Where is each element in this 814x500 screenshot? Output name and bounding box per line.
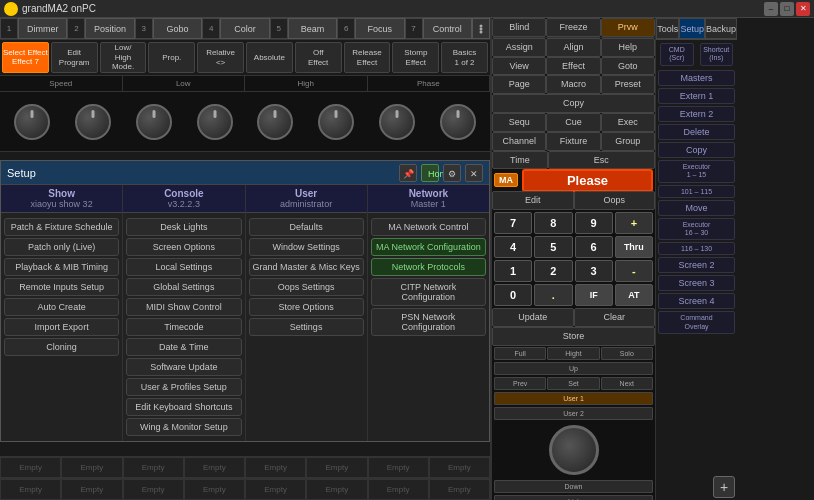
relative-button[interactable]: Relative<> bbox=[197, 42, 244, 73]
list-button[interactable]: List bbox=[494, 495, 653, 500]
num-9[interactable]: 9 bbox=[575, 212, 613, 234]
empty-btn-16[interactable]: Empty bbox=[429, 479, 490, 500]
knob-6[interactable] bbox=[318, 104, 354, 140]
num-dot[interactable]: . bbox=[534, 284, 572, 306]
num-5[interactable]: 5 bbox=[534, 236, 572, 258]
empty-btn-12[interactable]: Empty bbox=[184, 479, 245, 500]
empty-btn-13[interactable]: Empty bbox=[245, 479, 306, 500]
sequ-button[interactable]: Sequ bbox=[492, 113, 546, 132]
close-button[interactable]: ✕ bbox=[796, 2, 810, 16]
cue-button[interactable]: Cue bbox=[546, 113, 600, 132]
empty-btn-7[interactable]: Empty bbox=[368, 457, 429, 478]
timecode-button[interactable]: Timecode bbox=[126, 318, 241, 336]
extern1-button[interactable]: Extern 1 bbox=[658, 88, 735, 104]
absolute-button[interactable]: Absolute bbox=[246, 42, 293, 73]
focus-button[interactable]: Focus bbox=[355, 18, 404, 39]
delete-button[interactable]: Delete bbox=[658, 124, 735, 140]
empty-btn-6[interactable]: Empty bbox=[306, 457, 367, 478]
up-button[interactable]: Up bbox=[494, 362, 653, 375]
set-button[interactable]: Set bbox=[547, 377, 599, 390]
empty-btn-8[interactable]: Empty bbox=[429, 457, 490, 478]
setup-pin-button[interactable]: 📌 bbox=[399, 164, 417, 182]
knob-1[interactable] bbox=[14, 104, 50, 140]
global-settings-button[interactable]: Global Settings bbox=[126, 278, 241, 296]
num-2[interactable]: 2 bbox=[534, 260, 572, 282]
cloning-button[interactable]: Cloning bbox=[4, 338, 119, 356]
setup-close-button[interactable]: ✕ bbox=[465, 164, 483, 182]
maximize-button[interactable]: □ bbox=[780, 2, 794, 16]
network-protocols-button[interactable]: Network Protocols bbox=[371, 258, 486, 276]
local-settings-button[interactable]: Local Settings bbox=[126, 258, 241, 276]
empty-btn-1[interactable]: Empty bbox=[0, 457, 61, 478]
num-3[interactable]: 3 bbox=[575, 260, 613, 282]
tools-button[interactable]: Tools bbox=[656, 18, 679, 39]
release-effect-button[interactable]: ReleaseEffect bbox=[344, 42, 391, 73]
oops-settings-button[interactable]: Oops Settings bbox=[249, 278, 364, 296]
import-export-button[interactable]: Import Export bbox=[4, 318, 119, 336]
empty-btn-11[interactable]: Empty bbox=[123, 479, 184, 500]
stomp-effect-button[interactable]: StompEffect bbox=[392, 42, 439, 73]
user-profiles-setup-button[interactable]: User & Profiles Setup bbox=[126, 378, 241, 396]
window-settings-button[interactable]: Window Settings bbox=[249, 238, 364, 256]
knob-8[interactable] bbox=[440, 104, 476, 140]
please-button[interactable]: Please bbox=[522, 169, 653, 192]
executor-16-30-button[interactable]: Executor16 – 30 bbox=[658, 218, 735, 241]
num-thru[interactable]: Thru bbox=[615, 236, 653, 258]
ma-network-control-button[interactable]: MA Network Control bbox=[371, 218, 486, 236]
time-button[interactable]: Time bbox=[492, 151, 548, 170]
empty-btn-3[interactable]: Empty bbox=[123, 457, 184, 478]
empty-btn-2[interactable]: Empty bbox=[61, 457, 122, 478]
effect-button[interactable]: Effect bbox=[546, 57, 600, 76]
setup-button-top[interactable]: Setup bbox=[679, 18, 705, 39]
masters-button[interactable]: Masters bbox=[658, 70, 735, 86]
empty-btn-10[interactable]: Empty bbox=[61, 479, 122, 500]
clear-button[interactable]: Clear bbox=[574, 308, 656, 327]
align-button[interactable]: Align bbox=[546, 38, 600, 57]
copy-button-right[interactable]: Copy bbox=[658, 142, 735, 158]
empty-btn-15[interactable]: Empty bbox=[368, 479, 429, 500]
oops-button[interactable]: Oops bbox=[574, 191, 656, 210]
esc-button[interactable]: Esc bbox=[548, 151, 655, 170]
store-button[interactable]: Store bbox=[492, 327, 655, 346]
beam-button[interactable]: Beam bbox=[288, 18, 337, 39]
blind-button[interactable]: Blind bbox=[492, 18, 546, 37]
executor-116-130-button[interactable]: 116 – 130 bbox=[658, 242, 735, 255]
empty-btn-5[interactable]: Empty bbox=[245, 457, 306, 478]
num-at[interactable]: AT bbox=[615, 284, 653, 306]
command-overlay-button[interactable]: CommandOverlay bbox=[658, 311, 735, 334]
edit-keyboard-shortcuts-button[interactable]: Edit Keyboard Shortcuts bbox=[126, 398, 241, 416]
home-button[interactable]: Home bbox=[421, 164, 439, 182]
screen2-button[interactable]: Screen 2 bbox=[658, 257, 735, 273]
edit-program-button[interactable]: EditProgram bbox=[51, 42, 98, 73]
grand-master-misc-keys-button[interactable]: Grand Master & Misc Keys bbox=[249, 258, 364, 276]
next-button[interactable]: Next bbox=[601, 377, 653, 390]
exec-button[interactable]: Exec bbox=[601, 113, 655, 132]
shortcut-button[interactable]: Shortcut(Ins) bbox=[700, 43, 734, 66]
backup-button[interactable]: Backup bbox=[705, 18, 737, 39]
freeze-button[interactable]: Freeze bbox=[546, 18, 600, 37]
screen3-button[interactable]: Screen 3 bbox=[658, 275, 735, 291]
move-button[interactable]: Move bbox=[658, 200, 735, 216]
prop-button[interactable]: Prop. bbox=[148, 42, 195, 73]
channel-button[interactable]: Channel bbox=[492, 132, 546, 151]
assign-button[interactable]: Assign bbox=[492, 38, 546, 57]
knob-4[interactable] bbox=[197, 104, 233, 140]
basics-button[interactable]: Basics1 of 2 bbox=[441, 42, 488, 73]
remote-inputs-setup-button[interactable]: Remote Inputs Setup bbox=[4, 278, 119, 296]
defaults-button[interactable]: Defaults bbox=[249, 218, 364, 236]
group-button[interactable]: Group bbox=[601, 132, 655, 151]
desk-lights-button[interactable]: Desk Lights bbox=[126, 218, 241, 236]
num-8[interactable]: 8 bbox=[534, 212, 572, 234]
minimize-button[interactable]: – bbox=[764, 2, 778, 16]
midi-show-control-button[interactable]: MIDI Show Control bbox=[126, 298, 241, 316]
setup-settings-button[interactable]: ⚙ bbox=[443, 164, 461, 182]
num-minus[interactable]: - bbox=[615, 260, 653, 282]
knob-2[interactable] bbox=[75, 104, 111, 140]
prev-button[interactable]: Prev bbox=[494, 377, 546, 390]
update-button[interactable]: Update bbox=[492, 308, 574, 327]
preset-button[interactable]: Preset bbox=[601, 75, 655, 94]
psn-network-config-button[interactable]: PSN Network Configuration bbox=[371, 308, 486, 336]
copy-button-ma[interactable]: Copy bbox=[492, 94, 655, 113]
knob-5[interactable] bbox=[257, 104, 293, 140]
num-0[interactable]: 0 bbox=[494, 284, 532, 306]
